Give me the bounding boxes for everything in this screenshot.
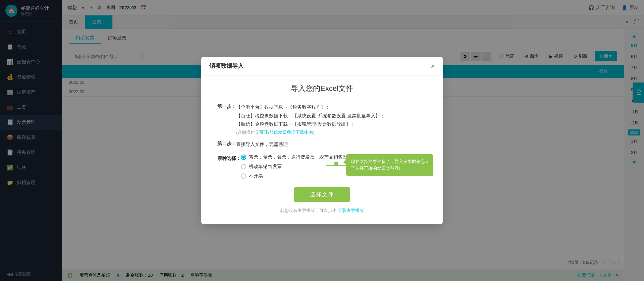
tooltip-line [326,165,346,166]
ticket-label: 票种选择： [217,154,241,162]
template-hint-text: 若您没有发票模版，可以点击 [280,208,337,213]
radio-circle-1 [241,164,246,169]
dialog-header: 销项数据导入 × [201,57,443,75]
step1-label: 第一步： [217,103,236,136]
import-dialog: 销项数据导入 × 导入您的Excel文件 第一步： 【全电平台】数据下载→【税务… [201,57,443,224]
step1-row: 第一步： 【全电平台】数据下载→【税务数字账户】； 【百旺】税控盘数据下载→【系… [217,103,427,136]
dialog-close-button[interactable]: × [431,63,435,69]
step2-content: 直接导入文件，无需整理 [236,140,288,149]
step1-note: (详细操作见百旺/航信发票数据下载指南) [236,128,385,136]
radio-circle-0 [241,155,246,160]
dialog-title: 销项数据导入 [209,62,244,70]
select-file-button[interactable]: 选择文件 [294,187,350,202]
step1-line1: 【全电平台】数据下载→【税务数字账户】； [236,103,385,111]
radio-label-2: 不开票 [249,173,263,179]
modal-overlay: 销项数据导入 × 导入您的Excel文件 第一步： 【全电平台】数据下载→【税务… [0,0,644,281]
step2-label: 第二步： [217,140,236,149]
tooltip-close-button[interactable]: × [426,158,429,166]
tooltip-container: × 现在支持的票种多了，导入发票时别忘了选择正确的发票类型呀! [326,154,433,176]
radio-dot-0 [242,156,245,159]
template-hint: 若您没有发票模版，可以点击 下载发票模版 [217,208,427,214]
step2-row: 第二步： 直接导入文件，无需整理 [217,140,427,149]
tooltip-connector [326,162,346,166]
step1-line3: 【航信】金税盘数据下载→【报税管理-发票数据导出】； [236,120,385,128]
dialog-body: 导入您的Excel文件 第一步： 【全电平台】数据下载→【税务数字账户】； 【百… [201,75,443,224]
tooltip-bubble: × 现在支持的票种多了，导入发票时别忘了选择正确的发票类型呀! [346,154,433,176]
tooltip-dot [334,162,338,165]
ticket-row: 票种选择： 普票，专票，卷票，通行费发票，农产品销售发票 机动车销售发票 [217,154,427,179]
tooltip-text: 现在支持的票种多了，导入发票时别忘了选择正确的发票类型呀! [351,159,425,171]
step1-line2: 【百旺】税控盘数据下载→【系统设置-系统参数设置-发票批量导入】； [236,112,385,120]
dialog-main-title: 导入您的Excel文件 [217,83,427,94]
radio-label-1: 机动车销售发票 [249,164,282,170]
guide-link[interactable]: 百旺/航信发票数据下载指南 [259,130,313,135]
download-template-link[interactable]: 下载发票模版 [338,208,364,213]
radio-circle-2 [241,173,246,179]
step1-content: 【全电平台】数据下载→【税务数字账户】； 【百旺】税控盘数据下载→【系统设置-系… [236,103,385,136]
